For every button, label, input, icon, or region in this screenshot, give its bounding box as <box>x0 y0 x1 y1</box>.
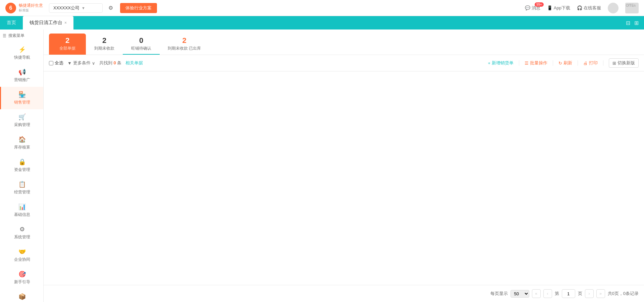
online-service-btn[interactable]: 🎧 在线客服 <box>577 5 601 11</box>
last-page-btn[interactable]: » <box>596 289 605 298</box>
company-name: XXXXXX公司 <box>53 5 79 11</box>
cooperation-label: 企业协同 <box>14 257 30 262</box>
top-header: 6 畅捷通好生意 标准版 XXXXXX公司 ▼ ⚙ 体验行业方案 💬 消息 99… <box>0 0 644 16</box>
logo-icon: 6 <box>5 3 16 13</box>
next-page-btn[interactable]: › <box>585 289 594 298</box>
finance-label: 资金管理 <box>14 167 30 173</box>
found-text: 共找到 0 条 <box>99 60 121 66</box>
expand-btn[interactable]: ⊞ <box>634 20 639 26</box>
collapse-btn[interactable]: ⊟ <box>626 20 630 26</box>
stat-overdue-number: 2 <box>102 36 106 45</box>
sidebar-item-operations[interactable]: 📋 经营管理 <box>0 177 43 199</box>
stat-tab-pending[interactable]: 0 旺铺待确认 <box>123 34 160 55</box>
sidebar-item-sales[interactable]: 🏪 销售管理 <box>0 87 43 109</box>
sidebar-item-marketing[interactable]: 📢 营销推广 <box>0 64 43 87</box>
sidebar-item-purchase[interactable]: 🛒 采购管理 <box>0 109 43 132</box>
add-sale-btn[interactable]: + 新增销货单 <box>488 60 514 66</box>
company-selector[interactable]: XXXXXX公司 ▼ <box>49 3 103 13</box>
total-info: 共0页，0条记录 <box>608 291 639 297</box>
select-all-area[interactable]: 全选 <box>49 60 63 66</box>
found-prefix: 共找到 <box>99 60 112 65</box>
search-menu-label: 搜索菜单 <box>8 33 24 39</box>
sidebar-item-inventory[interactable]: 🏠 库存核算 <box>0 132 43 154</box>
print-icon: 🖨 <box>583 61 588 66</box>
switch-label: 切换新版 <box>618 60 635 66</box>
stat-shipped-label: 到期未收款 已出库 <box>168 46 201 51</box>
sales-label: 销售管理 <box>14 100 30 105</box>
filter-label: 更多条件 <box>73 60 91 66</box>
stat-tab-all[interactable]: 2 全部单据 <box>49 34 86 55</box>
select-all-checkbox[interactable] <box>49 61 53 65</box>
stat-tab-overdue[interactable]: 2 到期未收款 <box>86 34 123 55</box>
page-input[interactable] <box>562 289 575 298</box>
content-area: 2 全部单据 2 到期未收款 0 旺铺待确认 2 到期未收款 已出库 全选 <box>44 29 644 302</box>
add-sale-label: 新增销货单 <box>492 60 514 66</box>
toolbar: 全选 ▼ 更多条件 ∨ 共找到 0 条 相关单据 + 新增销货单 ☰ <box>44 55 644 71</box>
batch-icon: ☰ <box>525 61 529 66</box>
stat-all-number: 2 <box>65 36 69 45</box>
print-btn[interactable]: 🖨 打印 <box>583 60 598 66</box>
purchase-label: 采购管理 <box>14 122 30 128</box>
app-center-icon: 📦 <box>18 293 26 300</box>
app-download-btn[interactable]: 📱 App下载 <box>547 5 570 11</box>
search-menu-btn[interactable]: ☰ 搜索菜单 <box>0 29 43 42</box>
logo-name: 畅捷通好生意 <box>19 3 43 8</box>
divider1 <box>519 60 519 66</box>
purchase-icon: 🛒 <box>18 113 26 121</box>
found-count: 0 <box>114 60 116 65</box>
logo-area: 6 畅捷通好生意 标准版 <box>5 3 49 13</box>
avatar[interactable] <box>608 3 619 13</box>
operations-icon: 📋 <box>18 181 26 188</box>
finance-icon: 🔒 <box>18 158 26 166</box>
system-icon: ⚙ <box>19 226 25 233</box>
settings-icon[interactable]: ⚙ <box>105 3 116 13</box>
sidebar-item-system[interactable]: ⚙ 系统管理 <box>0 222 43 244</box>
sidebar-item-quick-nav[interactable]: ⚡ 快捷导航 <box>0 42 43 64</box>
home-tab-label: 首页 <box>7 20 16 26</box>
found-unit: 条 <box>117 60 121 65</box>
print-label: 打印 <box>589 60 598 66</box>
refresh-label: 刷新 <box>564 60 572 66</box>
sidebar-item-app-center[interactable]: 📦 应用中心 <box>0 289 43 302</box>
switch-icon: ⊞ <box>612 61 616 66</box>
search-icon: ☰ <box>3 34 6 38</box>
page-suffix: 页 <box>578 291 582 297</box>
add-icon: + <box>488 61 490 66</box>
sidebar-item-guide[interactable]: 🎯 新手引导 <box>0 266 43 289</box>
trial-btn[interactable]: 体验行业方案 <box>120 3 157 13</box>
tab-home[interactable]: 首页 <box>0 16 23 29</box>
filter-arrow: ∨ <box>92 61 95 66</box>
first-page-btn[interactable]: « <box>532 289 541 298</box>
base-info-label: 基础信息 <box>14 212 30 218</box>
message-btn[interactable]: 💬 消息 99+ <box>525 5 540 11</box>
prev-page-btn[interactable]: ‹ <box>543 289 552 298</box>
divider4 <box>603 60 603 66</box>
divider2 <box>553 60 553 66</box>
logo-version: 标准版 <box>19 8 43 13</box>
cooperation-icon: 🤝 <box>18 248 26 255</box>
sidebar-item-cooperation[interactable]: 🤝 企业协同 <box>0 244 43 266</box>
toolbar-right: + 新增销货单 ☰ 批量操作 ↻ 刷新 🖨 打印 <box>488 58 639 68</box>
tab-cash-daily[interactable]: 钱货日清工作台 × <box>23 16 73 29</box>
refresh-btn[interactable]: ↻ 刷新 <box>558 60 572 66</box>
operations-label: 经营管理 <box>14 189 30 195</box>
system-label: 系统管理 <box>14 234 30 240</box>
tab-close-icon[interactable]: × <box>64 20 67 25</box>
sidebar-item-finance[interactable]: 🔒 资金管理 <box>0 154 43 177</box>
stat-all-label: 全部单据 <box>59 46 75 51</box>
filter-btn[interactable]: ▼ 更多条件 ∨ <box>67 60 95 66</box>
online-service-label: 在线客服 <box>584 5 601 11</box>
stat-tab-shipped[interactable]: 2 到期未收款 已出库 <box>160 34 209 55</box>
switch-btn[interactable]: ⊞ 切换新版 <box>609 58 639 68</box>
inventory-label: 库存核算 <box>14 144 30 150</box>
per-page-select[interactable]: 50 100 200 <box>511 290 529 298</box>
user-name-area[interactable]: OfTEn <box>625 3 639 13</box>
inventory-icon: 🏠 <box>18 136 26 143</box>
header-right: 💬 消息 99+ 📱 App下载 🎧 在线客服 OfTEn <box>525 3 639 13</box>
batch-btn[interactable]: ☰ 批量操作 <box>525 60 547 66</box>
related-link[interactable]: 相关单据 <box>125 60 143 66</box>
quick-nav-label: 快捷导航 <box>14 55 30 60</box>
download-icon: 📱 <box>547 5 552 10</box>
sidebar-item-base-info[interactable]: 📊 基础信息 <box>0 199 43 222</box>
base-info-icon: 📊 <box>18 203 26 210</box>
